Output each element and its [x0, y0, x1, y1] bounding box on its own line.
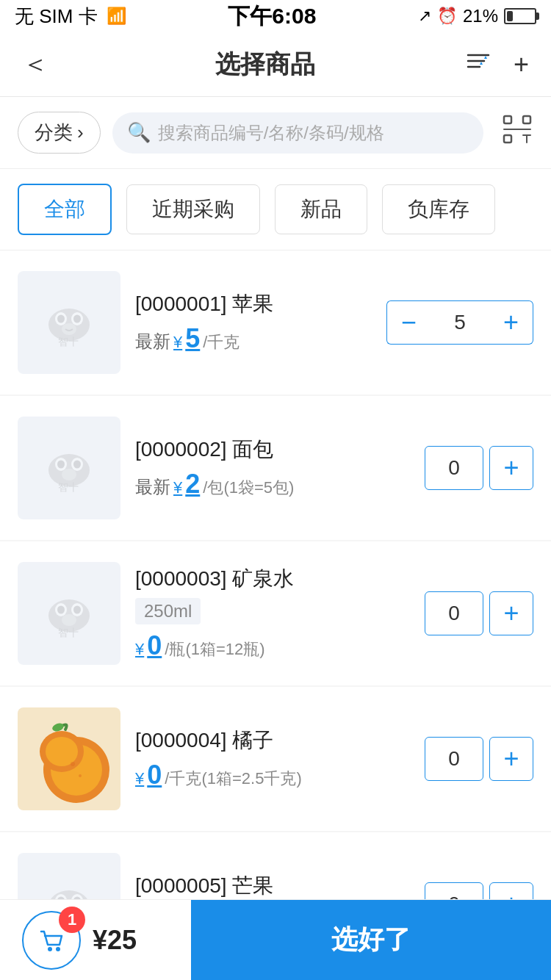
search-box[interactable]: 🔍 搜索商品编号/名称/条码/规格 — [112, 112, 483, 154]
product-item: 智十 [0000002] 面包 最新 ¥ 2 /包(1袋=5包) + — [0, 396, 551, 540]
tab-recent[interactable]: 近期采购 — [126, 184, 260, 234]
back-button[interactable]: ＜ — [22, 46, 66, 82]
nav-bar: ＜ 选择商品 + — [0, 32, 551, 97]
svg-point-38 — [79, 774, 82, 777]
tab-all[interactable]: 全部 — [18, 184, 112, 235]
product-thumbnail: 智十 — [18, 417, 120, 519]
qty-input[interactable] — [425, 737, 483, 781]
cart-total: ¥25 — [93, 925, 137, 956]
svg-point-14 — [57, 315, 65, 323]
add-button[interactable]: + — [514, 49, 529, 80]
svg-point-23 — [62, 469, 76, 480]
qty-control: + — [425, 446, 533, 490]
battery-percent: 21% — [463, 6, 498, 26]
cart-badge: 1 — [59, 907, 85, 933]
search-icon: 🔍 — [127, 121, 151, 144]
filter-icon[interactable] — [465, 48, 491, 81]
product-price: 最新 ¥ 5 /千克 — [135, 323, 372, 354]
nav-actions: + — [465, 48, 529, 81]
svg-text:智十: 智十 — [58, 482, 79, 493]
svg-rect-7 — [504, 135, 511, 143]
product-thumbnail: 智十 — [18, 271, 120, 374]
scan-icon[interactable] — [495, 113, 533, 152]
alarm-icon: ⏰ — [437, 7, 457, 26]
svg-point-15 — [73, 315, 81, 323]
product-name: [0000002] 面包 — [135, 436, 410, 463]
qty-minus-button[interactable]: − — [386, 300, 431, 345]
product-list: 智十 [0000001] 苹果 最新 ¥ 5 /千克 − + — [0, 251, 551, 980]
qty-plus-button[interactable]: + — [489, 446, 533, 490]
svg-marker-4 — [480, 62, 483, 65]
svg-point-37 — [71, 762, 75, 766]
svg-point-60 — [48, 947, 52, 951]
qty-control: − + — [386, 300, 533, 345]
qty-input[interactable] — [425, 446, 483, 490]
product-info: [0000002] 面包 最新 ¥ 2 /包(1袋=5包) — [135, 436, 410, 500]
status-left: 无 SIM 卡 📶 — [15, 4, 126, 29]
svg-point-61 — [56, 947, 60, 951]
product-price: ¥ 0 /千克(1箱=2.5千克) — [135, 760, 410, 790]
qty-plus-button[interactable]: + — [489, 591, 533, 635]
search-placeholder: 搜索商品编号/名称/条码/规格 — [158, 121, 384, 145]
svg-point-29 — [73, 606, 81, 614]
cart-icon[interactable]: 1 — [22, 911, 81, 970]
page-title: 选择商品 — [215, 48, 315, 82]
product-name: [0000004] 橘子 — [135, 727, 410, 754]
tab-negative[interactable]: 负库存 — [382, 184, 495, 234]
product-thumbnail — [18, 707, 120, 810]
svg-marker-3 — [484, 56, 487, 59]
svg-rect-6 — [523, 116, 530, 123]
product-spec: 250ml — [135, 598, 201, 624]
search-row: 分类 › 🔍 搜索商品编号/名称/条码/规格 — [0, 97, 551, 169]
qty-input[interactable] — [425, 591, 483, 635]
product-item: 智十 [0000001] 苹果 最新 ¥ 5 /千克 − + — [0, 251, 551, 394]
battery-icon — [504, 8, 536, 24]
svg-point-35 — [46, 737, 78, 766]
category-button[interactable]: 分类 › — [18, 112, 101, 154]
product-info: [0000001] 苹果 最新 ¥ 5 /千克 — [135, 291, 372, 354]
product-item: [0000004] 橘子 ¥ 0 /千克(1箱=2.5千克) + — [0, 687, 551, 831]
svg-text:智十: 智十 — [58, 336, 79, 347]
qty-input[interactable] — [431, 300, 489, 345]
qty-control: + — [425, 591, 533, 635]
svg-rect-5 — [504, 116, 511, 123]
confirm-button[interactable]: 选好了 — [191, 900, 551, 981]
location-icon: ↗ — [418, 7, 431, 26]
product-name: [0000001] 苹果 — [135, 291, 372, 317]
qty-plus-button[interactable]: + — [489, 300, 533, 345]
status-time: 下午6:08 — [228, 1, 316, 32]
product-name: [0000005] 芒果 — [135, 873, 410, 899]
tab-new[interactable]: 新品 — [275, 184, 367, 234]
svg-text:智十: 智十 — [58, 627, 79, 638]
product-info: [0000003] 矿泉水 250ml ¥ 0 /瓶(1箱=12瓶) — [135, 566, 410, 661]
svg-point-16 — [62, 323, 76, 335]
status-right: ↗ ⏰ 21% — [418, 6, 536, 26]
svg-point-22 — [73, 461, 81, 469]
status-bar: 无 SIM 卡 📶 下午6:08 ↗ ⏰ 21% — [0, 0, 551, 32]
qty-control: + — [425, 737, 533, 781]
cart-section: 1 ¥25 — [0, 911, 191, 970]
filter-tabs: 全部 近期采购 新品 负库存 — [0, 169, 551, 251]
product-price: ¥ 0 /瓶(1箱=12瓶) — [135, 630, 410, 661]
product-price: 最新 ¥ 2 /包(1袋=5包) — [135, 469, 410, 500]
svg-point-30 — [62, 614, 76, 626]
product-info: [0000004] 橘子 ¥ 0 /千克(1箱=2.5千克) — [135, 727, 410, 790]
qty-plus-button[interactable]: + — [489, 737, 533, 781]
wifi-icon: 📶 — [107, 7, 126, 26]
bottom-bar: 1 ¥25 选好了 — [0, 899, 551, 980]
svg-point-28 — [57, 606, 65, 614]
chevron-right-icon: › — [77, 121, 84, 144]
carrier-label: 无 SIM 卡 — [15, 4, 98, 29]
product-thumbnail: 智十 — [18, 562, 120, 665]
product-name: [0000003] 矿泉水 — [135, 566, 410, 592]
product-item: 智十 [0000003] 矿泉水 250ml ¥ 0 /瓶(1箱=12瓶) + — [0, 541, 551, 685]
svg-point-21 — [57, 461, 65, 469]
